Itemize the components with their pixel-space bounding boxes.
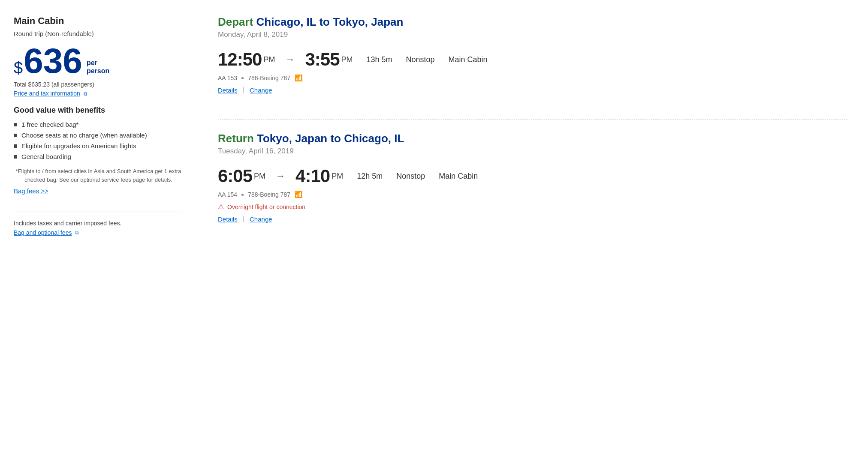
benefit-item-4: General boarding <box>14 153 183 160</box>
benefit-item-2: Choose seats at no charge (when availabl… <box>14 132 183 139</box>
depart-flight-number: AA 153 <box>218 75 237 81</box>
return-duration: 12h 5m <box>357 172 383 181</box>
return-arrive-time: 4:10 <box>295 166 330 186</box>
benefit-item-3: Eligible for upgrades on American flight… <box>14 142 183 150</box>
separator-dot-2 <box>241 194 244 196</box>
depart-word: Depart <box>218 15 253 28</box>
wifi-icon: 📶 <box>295 74 303 82</box>
per-person-label: perperson <box>87 59 109 78</box>
bag-fees-link[interactable]: Bag fees >> <box>14 187 183 195</box>
depart-details-link[interactable]: Details <box>218 87 238 94</box>
arrow-icon: → <box>285 54 295 65</box>
return-arrow-icon: → <box>276 171 285 182</box>
depart-nonstop: Nonstop <box>406 55 435 64</box>
bullet-icon <box>14 155 17 159</box>
depart-cabin-class: Main Cabin <box>449 55 488 64</box>
return-arrive-ampm: PM <box>332 172 343 181</box>
return-wifi-icon: 📶 <box>295 191 303 198</box>
depart-date: Monday, April 8, 2019 <box>218 30 847 39</box>
return-aircraft: 788-Boeing 787 <box>248 191 290 198</box>
return-nonstop: Nonstop <box>396 172 425 181</box>
external-link-icon-2: ⧉ <box>75 230 79 236</box>
return-route: Tokyo, Japan to Chicago, IL <box>257 132 404 145</box>
flight-divider <box>218 120 847 120</box>
overnight-row: ⚠ Overnight flight or connection <box>218 203 847 211</box>
return-flight-number: AA 154 <box>218 191 237 198</box>
separator-dot <box>241 77 244 79</box>
return-cabin-class: Main Cabin <box>439 172 478 181</box>
depart-time: 12:50 <box>218 49 262 70</box>
bullet-icon <box>14 134 17 137</box>
depart-route: Chicago, IL to Tokyo, Japan <box>256 15 404 28</box>
price-amount: 636 <box>24 43 82 78</box>
bottom-section: Includes taxes and carrier imposed fees.… <box>14 212 183 236</box>
trip-type-label: Round trip (Non-refundable) <box>14 30 183 37</box>
total-price-label: Total $635.23 (all passengers) <box>14 81 183 88</box>
bullet-icon <box>14 123 17 126</box>
footnote-text: *Flights to / from select cities in Asia… <box>14 167 183 184</box>
return-details-link[interactable]: Details <box>218 216 238 223</box>
arrive-time: 3:55 <box>305 49 339 70</box>
depart-duration: 13h 5m <box>366 55 392 64</box>
cabin-type-label: Main Cabin <box>14 15 183 27</box>
depart-aircraft: 788-Boeing 787 <box>248 75 290 81</box>
return-actions-row: Details | Change <box>218 215 847 223</box>
return-change-link[interactable]: Change <box>250 216 272 223</box>
depart-ampm: PM <box>263 55 275 64</box>
return-times-row: 6:05 PM → 4:10 PM 12h 5m Nonstop Main Ca… <box>218 166 847 186</box>
includes-text: Includes taxes and carrier imposed fees. <box>14 220 183 227</box>
external-link-icon: ⧉ <box>84 91 87 97</box>
depart-info-row: AA 153 788-Boeing 787 📶 <box>218 74 847 82</box>
return-section: Return Tokyo, Japan to Chicago, IL Tuesd… <box>218 132 847 236</box>
overnight-text: Overnight flight or connection <box>227 204 305 210</box>
price-row: $ 636 perperson <box>14 43 183 78</box>
return-word: Return <box>218 132 254 145</box>
depart-route-header: Depart Chicago, IL to Tokyo, Japan <box>218 15 847 29</box>
warning-icon: ⚠ <box>218 203 224 211</box>
dollar-sign: $ <box>14 60 23 78</box>
depart-section: Depart Chicago, IL to Tokyo, Japan Monda… <box>218 15 847 108</box>
return-depart-ampm: PM <box>254 172 265 181</box>
return-depart-time: 6:05 <box>218 166 252 186</box>
right-panel: Depart Chicago, IL to Tokyo, Japan Monda… <box>197 0 868 467</box>
depart-change-link[interactable]: Change <box>250 87 272 94</box>
benefit-item-1: 1 free checked bag* <box>14 121 183 128</box>
depart-times-row: 12:50 PM → 3:55 PM 13h 5m Nonstop Main C… <box>218 49 847 70</box>
return-route-header: Return Tokyo, Japan to Chicago, IL <box>218 132 847 145</box>
bullet-icon <box>14 144 17 148</box>
benefits-title: Good value with benefits <box>14 106 183 115</box>
return-date: Tuesday, April 16, 2019 <box>218 147 847 156</box>
return-info-row: AA 154 788-Boeing 787 📶 <box>218 191 847 198</box>
bag-optional-fees-link[interactable]: Bag and optional fees <box>14 229 72 236</box>
depart-actions-row: Details | Change <box>218 86 847 94</box>
arrive-ampm: PM <box>341 55 353 64</box>
benefit-list: 1 free checked bag* Choose seats at no c… <box>14 121 183 160</box>
price-info-link[interactable]: Price and tax information <box>14 90 80 97</box>
left-panel: Main Cabin Round trip (Non-refundable) $… <box>0 0 197 467</box>
